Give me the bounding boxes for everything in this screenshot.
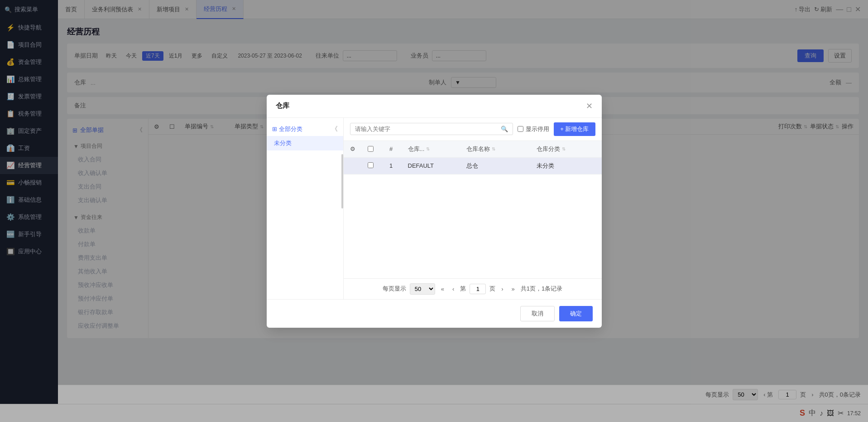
show-disabled-checkbox[interactable]: 显示停用: [518, 125, 549, 133]
dialog-page-input[interactable]: [470, 284, 486, 294]
col-code-header[interactable]: 仓库... ⇅: [403, 141, 461, 157]
show-disabled-input[interactable]: [518, 126, 523, 132]
warehouse-dialog: 仓库 ✕ ⊞ 全部分类 《 未分类 🔍: [267, 95, 602, 328]
dialog-toolbar: 🔍 显示停用 + 新增仓库: [344, 118, 602, 141]
row-category: 未分类: [531, 158, 601, 174]
dialog-header: 仓库 ✕: [267, 95, 602, 118]
row-check-input[interactable]: [368, 162, 374, 168]
dialog-cancel-btn[interactable]: 取消: [520, 306, 555, 321]
select-all-check[interactable]: [368, 146, 374, 152]
dialog-right-panel: 🔍 显示停用 + 新增仓库 ⚙ #: [344, 118, 602, 299]
left-panel-collapse-btn[interactable]: 《: [331, 125, 338, 133]
dialog-left-header: ⊞ 全部分类 《: [267, 122, 343, 136]
left-panel-scrollbar[interactable]: [341, 154, 343, 209]
dialog-prev-page-btn[interactable]: ‹: [450, 285, 456, 293]
dialog-search-input[interactable]: [355, 126, 499, 132]
col-category-header[interactable]: 仓库分类 ⇅: [531, 141, 601, 157]
dialog-close-btn[interactable]: ✕: [586, 101, 593, 111]
dialog-table: ⚙ # 仓库... ⇅ 仓库名称 ⇅ 仓库分类: [344, 141, 602, 278]
dialog-per-page-label: 每页显示: [383, 285, 406, 293]
dialog-per-page-select[interactable]: 50 100: [410, 283, 435, 295]
col-name-label: 仓库名称: [466, 145, 490, 153]
all-category-label: 全部分类: [279, 125, 302, 133]
dialog-table-header: ⚙ # 仓库... ⇅ 仓库名称 ⇅ 仓库分类: [344, 141, 602, 158]
left-item-unclassified[interactable]: 未分类: [267, 136, 343, 150]
dialog-title: 仓库: [276, 102, 289, 110]
dialog-actions: 取消 确定: [267, 299, 602, 328]
dialog-search-box[interactable]: 🔍: [350, 123, 513, 135]
col-settings-icon[interactable]: ⚙: [344, 141, 362, 156]
row-name: 总仓: [461, 158, 531, 174]
col-name-sort: ⇅: [492, 146, 495, 151]
show-disabled-label: 显示停用: [526, 125, 549, 133]
row-code: DEFAULT: [403, 158, 461, 173]
row-settings: [344, 162, 362, 170]
col-category-label: 仓库分类: [537, 145, 560, 153]
col-category-sort: ⇅: [562, 146, 566, 151]
col-name-header[interactable]: 仓库名称 ⇅: [461, 141, 531, 157]
dialog-last-page-btn[interactable]: »: [509, 285, 517, 293]
search-icon-2: 🔍: [501, 126, 508, 132]
dialog-page-label: 第: [460, 285, 466, 293]
table-row[interactable]: 1 DEFAULT 总仓 未分类: [344, 158, 602, 175]
col-code-sort: ⇅: [426, 146, 430, 151]
dialog-left-panel: ⊞ 全部分类 《 未分类: [267, 118, 344, 299]
table-settings-icon: ⚙: [350, 146, 355, 152]
col-code-label: 仓库...: [408, 145, 425, 153]
dialog-pagination: 每页显示 50 100 « ‹ 第 页 › » 共1页，1条记录: [344, 278, 602, 299]
grid-icon-2: ⊞: [272, 126, 277, 132]
dialog-confirm-btn[interactable]: 确定: [559, 306, 593, 321]
dialog-next-page-btn[interactable]: ›: [499, 285, 505, 293]
dialog-first-page-btn[interactable]: «: [439, 285, 446, 293]
add-warehouse-btn[interactable]: + 新增仓库: [554, 122, 595, 136]
col-number: #: [380, 141, 403, 156]
all-category-btn[interactable]: ⊞ 全部分类: [272, 125, 302, 133]
dialog-page-unit: 页: [489, 285, 495, 293]
row-number: 1: [380, 158, 403, 173]
row-checkbox[interactable]: [362, 158, 380, 174]
col-select-all[interactable]: [362, 142, 380, 156]
dialog-body: ⊞ 全部分类 《 未分类 🔍 显示停用 + 新增仓库: [267, 118, 602, 299]
dialog-total-info: 共1页，1条记录: [521, 285, 562, 293]
